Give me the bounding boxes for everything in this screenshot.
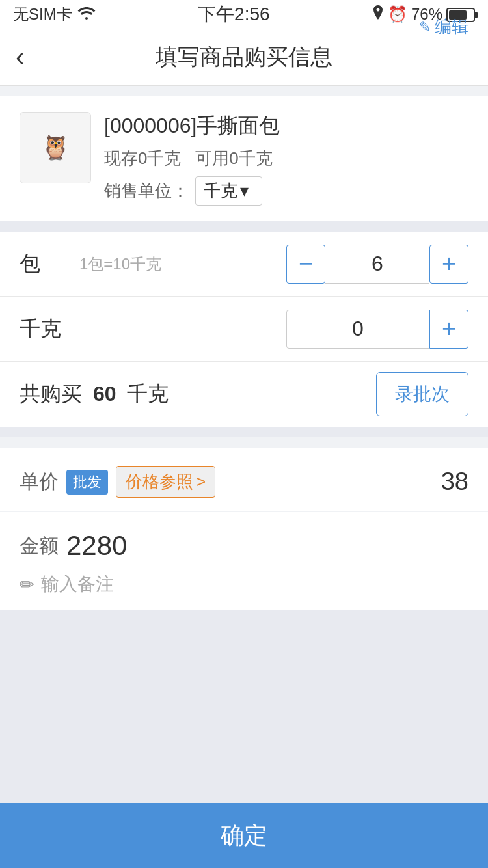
edit-button[interactable]: ✎ 编辑: [419, 16, 468, 38]
kg-quantity-input[interactable]: [286, 310, 429, 349]
price-tag-badge: 批发: [66, 470, 108, 495]
kg-label: 千克: [20, 315, 72, 344]
page-title: 填写商品购买信息: [156, 42, 332, 72]
pencil-icon: ✏: [20, 574, 34, 595]
empty-area: [0, 610, 488, 818]
remark-placeholder: 输入备注: [41, 572, 114, 597]
batch-button[interactable]: 录批次: [376, 372, 468, 416]
alarm-icon: ⏰: [388, 5, 407, 23]
bag-quantity-input[interactable]: [325, 245, 429, 284]
product-info: [0000006]手撕面包 现存0千克 可用0千克 销售单位： 千克 ▾: [104, 112, 468, 206]
nav-bar: ‹ 填写商品购买信息: [0, 29, 488, 86]
total-row: 共购买 60 千克 录批次: [0, 362, 488, 427]
bag-label: 包: [20, 250, 72, 278]
bag-qty-controls: − +: [286, 245, 468, 284]
kg-input-row: 千克 +: [0, 297, 488, 362]
bag-hint: 1包=10千克: [79, 254, 286, 275]
price-section: 单价 批发 价格参照 > 38: [0, 448, 488, 511]
price-value: 38: [441, 468, 468, 496]
price-reference-button[interactable]: 价格参照 >: [116, 466, 215, 498]
bag-input-row: 包 1包=10千克 − +: [0, 232, 488, 297]
amount-label: 金额: [20, 533, 59, 560]
unit-select[interactable]: 千克 ▾: [195, 176, 262, 206]
time-display: 下午2:56: [198, 2, 270, 27]
input-section: 包 1包=10千克 − + 千克 + 共购买 60 千克 录批次: [0, 232, 488, 427]
carrier-text: 无SIM卡: [13, 4, 72, 25]
bag-increment-button[interactable]: +: [429, 245, 468, 284]
product-name: [0000006]手撕面包: [104, 112, 468, 141]
back-button[interactable]: ‹: [16, 42, 24, 72]
status-bar: 无SIM卡 下午2:56 ⏰ 76%: [0, 0, 488, 29]
dropdown-arrow-icon: ▾: [240, 181, 249, 201]
bag-decrement-button[interactable]: −: [286, 245, 325, 284]
product-stock: 现存0千克 可用0千克: [104, 147, 468, 170]
section-separator-1: [0, 221, 488, 232]
amount-value: 2280: [66, 530, 127, 562]
edit-icon: ✎: [419, 19, 431, 36]
product-card: 🦉 [0000006]手撕面包 现存0千克 可用0千克 销售单位： 千克 ▾ ✎…: [0, 96, 488, 221]
product-unit: 销售单位： 千克 ▾: [104, 176, 468, 206]
price-row: 单价 批发 价格参照 > 38: [20, 466, 468, 498]
kg-qty-controls: +: [286, 310, 468, 349]
price-label: 单价: [20, 468, 59, 495]
confirm-button[interactable]: 确定: [0, 803, 488, 868]
remark-row[interactable]: ✏ 输入备注: [20, 572, 468, 597]
section-separator-2: [0, 427, 488, 437]
product-image: 🦉: [20, 112, 91, 183]
price-ref-arrow-icon: >: [196, 472, 206, 492]
status-left: 无SIM卡: [13, 4, 96, 25]
total-text: 共购买 60 千克: [20, 380, 376, 409]
location-icon: [372, 5, 384, 23]
product-logo: 🦉: [41, 134, 70, 161]
kg-increment-button[interactable]: +: [429, 310, 468, 349]
amount-row: 金额 2280: [20, 530, 468, 562]
back-arrow-icon: ‹: [16, 42, 24, 72]
amount-section: 金额 2280 ✏ 输入备注: [0, 512, 488, 610]
wifi-icon: [77, 5, 96, 23]
